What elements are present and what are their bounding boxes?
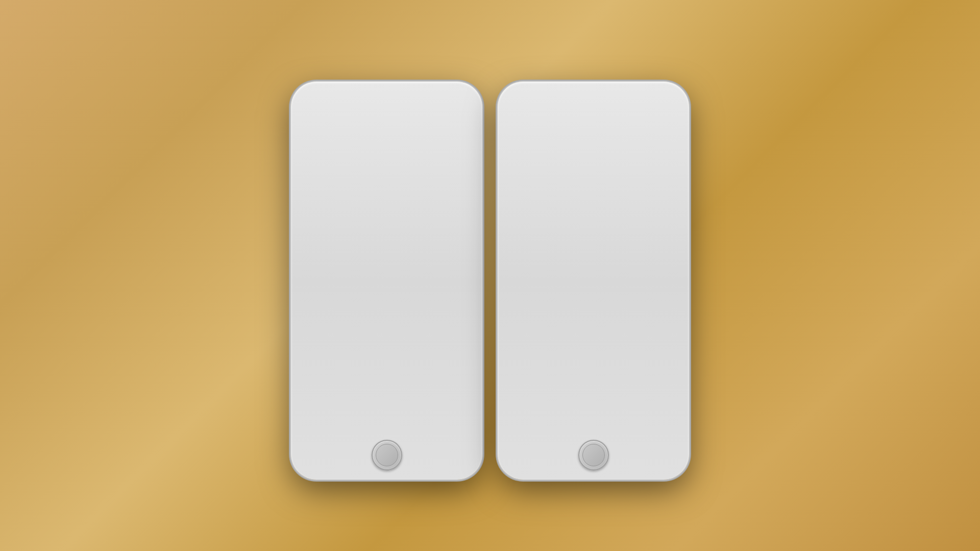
phones-container: No SIM ▲ 06:39 ⊹ 71% "Who are [291, 71, 689, 480]
iphone-left: No SIM ▲ 06:39 ⊹ 71% "Who are [291, 82, 482, 480]
home-button-left[interactable] [372, 440, 402, 470]
iphone-right: No SIM ▲ 06:39 ⊹ I don't know what you [498, 82, 689, 480]
home-button-right[interactable] [578, 440, 609, 470]
